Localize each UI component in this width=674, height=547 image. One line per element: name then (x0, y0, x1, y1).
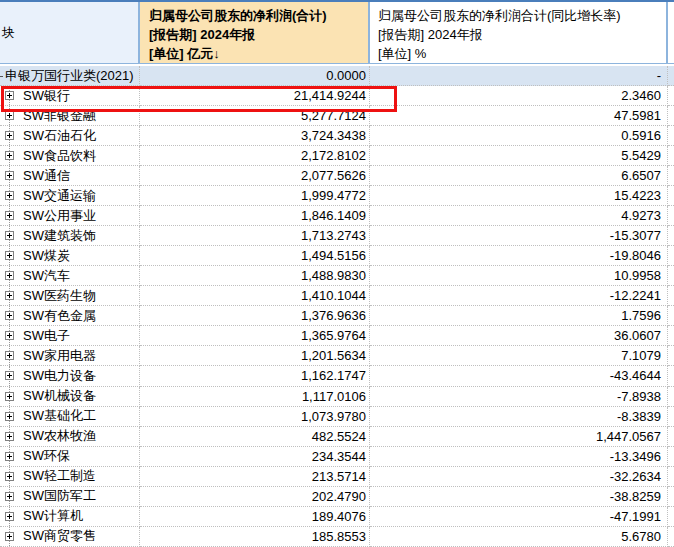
yoy-cell[interactable]: 7.1079 (370, 346, 668, 366)
table-row[interactable]: SW商贸零售 185.8553 5.6780 (0, 527, 674, 547)
expand-plus-icon[interactable] (5, 532, 14, 541)
net-profit-cell[interactable]: 482.5524 (140, 427, 370, 447)
column-header-net-profit[interactable]: 归属母公司股东的净利润(合计) [报告期] 2024年报 [单位] 亿元↓ (140, 2, 370, 64)
table-row[interactable]: SW环保 234.3544 -13.3496 (0, 447, 674, 467)
yoy-cell[interactable]: -13.3496 (370, 447, 668, 467)
yoy-cell[interactable]: 5.5429 (370, 146, 668, 166)
sector-cell[interactable]: SW食品饮料 (0, 146, 140, 166)
table-row[interactable]: SW汽车 1,488.9830 10.9958 (0, 266, 674, 286)
net-profit-cell[interactable]: 213.5714 (140, 467, 370, 487)
yoy-cell[interactable]: -19.8046 (370, 246, 668, 266)
sector-cell[interactable]: SW公用事业 (0, 206, 140, 226)
expand-plus-icon[interactable] (5, 211, 14, 220)
expand-plus-icon[interactable] (5, 512, 14, 521)
expand-plus-icon[interactable] (5, 191, 14, 200)
sector-cell[interactable]: SW基础化工 (0, 407, 140, 427)
table-row[interactable]: SW煤炭 1,494.5156 -19.8046 (0, 246, 674, 266)
expand-plus-icon[interactable] (5, 492, 14, 501)
sector-cell[interactable]: SW有色金属 (0, 306, 140, 326)
yoy-cell[interactable]: -32.2634 (370, 467, 668, 487)
net-profit-cell[interactable]: 1,999.4772 (140, 186, 370, 206)
sector-cell[interactable]: SW非银金融 (0, 106, 140, 126)
yoy-cell[interactable]: 6.6507 (370, 166, 668, 186)
sector-cell[interactable]: SW石油石化 (0, 126, 140, 146)
column-header-yoy-growth[interactable]: 归属母公司股东的净利润合计(同比增长率) [报告期] 2024年报 [单位] % (370, 2, 668, 64)
table-row[interactable]: SW基础化工 1,073.9780 -8.3839 (0, 407, 674, 427)
expand-plus-icon[interactable] (5, 311, 14, 320)
sector-cell[interactable]: SW家用电器 (0, 346, 140, 366)
yoy-cell[interactable]: 1,447.0567 (370, 427, 668, 447)
expand-plus-icon[interactable] (5, 91, 14, 100)
yoy-cell[interactable]: 10.9958 (370, 266, 668, 286)
expand-plus-icon[interactable] (5, 111, 14, 120)
yoy-cell[interactable]: - (370, 66, 668, 86)
table-row[interactable]: SW电力设备 1,162.1747 -43.4644 (0, 366, 674, 386)
expand-plus-icon[interactable] (5, 171, 14, 180)
table-row[interactable]: SW医药生物 1,410.1044 -12.2241 (0, 286, 674, 306)
table-row[interactable]: SW计算机 189.4076 -47.1991 (0, 507, 674, 527)
expand-plus-icon[interactable] (5, 251, 14, 260)
sector-cell[interactable]: SW电子 (0, 326, 140, 346)
net-profit-cell[interactable]: 185.8553 (140, 527, 370, 547)
net-profit-cell[interactable]: 1,494.5156 (140, 246, 370, 266)
table-row[interactable]: SW轻工制造 213.5714 -32.2634 (0, 467, 674, 487)
table-row[interactable]: SW银行 21,414.9244 2.3460 (0, 86, 674, 106)
net-profit-cell[interactable]: 1,376.9636 (140, 306, 370, 326)
sector-cell[interactable]: SW煤炭 (0, 246, 140, 266)
yoy-cell[interactable]: -38.8259 (370, 487, 668, 507)
sector-cell[interactable]: SW汽车 (0, 266, 140, 286)
table-row[interactable]: SW交通运输 1,999.4772 15.4223 (0, 186, 674, 206)
table-row[interactable]: SW非银金融 5,277.7124 47.5981 (0, 106, 674, 126)
expand-plus-icon[interactable] (5, 472, 14, 481)
yoy-cell[interactable]: 1.7596 (370, 306, 668, 326)
sector-cell[interactable]: SW国防军工 (0, 487, 140, 507)
net-profit-cell[interactable]: 1,162.1747 (140, 366, 370, 386)
yoy-cell[interactable]: 47.5981 (370, 106, 668, 126)
table-row[interactable]: SW国防军工 202.4790 -38.8259 (0, 487, 674, 507)
net-profit-cell[interactable]: 1,713.2743 (140, 226, 370, 246)
net-profit-cell[interactable]: 0.0000 (140, 66, 370, 86)
net-profit-cell[interactable]: 3,724.3438 (140, 126, 370, 146)
yoy-cell[interactable]: -15.3077 (370, 226, 668, 246)
table-row[interactable]: SW食品饮料 2,172.8102 5.5429 (0, 146, 674, 166)
expand-plus-icon[interactable] (5, 151, 14, 160)
sector-cell[interactable]: SW建筑装饰 (0, 226, 140, 246)
sector-cell[interactable]: SW机械设备 (0, 387, 140, 407)
table-row[interactable]: SW公用事业 1,846.1409 4.9273 (0, 206, 674, 226)
sector-cell[interactable]: SW环保 (0, 447, 140, 467)
expand-plus-icon[interactable] (5, 371, 14, 380)
yoy-cell[interactable]: 0.5916 (370, 126, 668, 146)
sector-cell[interactable]: SW农林牧渔 (0, 427, 140, 447)
net-profit-cell[interactable]: 1,201.5634 (140, 346, 370, 366)
sector-cell[interactable]: SW轻工制造 (0, 467, 140, 487)
net-profit-cell[interactable]: 1,365.9764 (140, 326, 370, 346)
net-profit-cell[interactable]: 189.4076 (140, 507, 370, 527)
net-profit-cell[interactable]: 1,846.1409 (140, 206, 370, 226)
sector-cell[interactable]: 申银万国行业类(2021) (0, 66, 140, 86)
sector-cell[interactable]: SW商贸零售 (0, 527, 140, 547)
table-row[interactable]: SW通信 2,077.5626 6.6507 (0, 166, 674, 186)
yoy-cell[interactable]: 2.3460 (370, 86, 668, 106)
expand-plus-icon[interactable] (5, 351, 14, 360)
table-row[interactable]: SW石油石化 3,724.3438 0.5916 (0, 126, 674, 146)
table-row[interactable]: 申银万国行业类(2021) 0.0000 - (0, 66, 674, 86)
yoy-cell[interactable]: -8.3839 (370, 407, 668, 427)
sector-cell[interactable]: SW计算机 (0, 507, 140, 527)
expand-plus-icon[interactable] (5, 452, 14, 461)
yoy-cell[interactable]: 4.9273 (370, 206, 668, 226)
yoy-cell[interactable]: -47.1991 (370, 507, 668, 527)
sector-cell[interactable]: SW电力设备 (0, 366, 140, 386)
expand-plus-icon[interactable] (5, 412, 14, 421)
sector-cell[interactable]: SW银行 (0, 86, 140, 106)
table-row[interactable]: SW电子 1,365.9764 36.0607 (0, 326, 674, 346)
expand-plus-icon[interactable] (5, 291, 14, 300)
column-header-sector[interactable]: 块 (0, 2, 140, 64)
net-profit-cell[interactable]: 5,277.7124 (140, 106, 370, 126)
net-profit-cell[interactable]: 234.3544 (140, 447, 370, 467)
yoy-cell[interactable]: -43.4644 (370, 366, 668, 386)
expand-plus-icon[interactable] (5, 231, 14, 240)
sector-cell[interactable]: SW通信 (0, 166, 140, 186)
table-row[interactable]: SW建筑装饰 1,713.2743 -15.3077 (0, 226, 674, 246)
net-profit-cell[interactable]: 1,488.9830 (140, 266, 370, 286)
yoy-cell[interactable]: 5.6780 (370, 527, 668, 547)
